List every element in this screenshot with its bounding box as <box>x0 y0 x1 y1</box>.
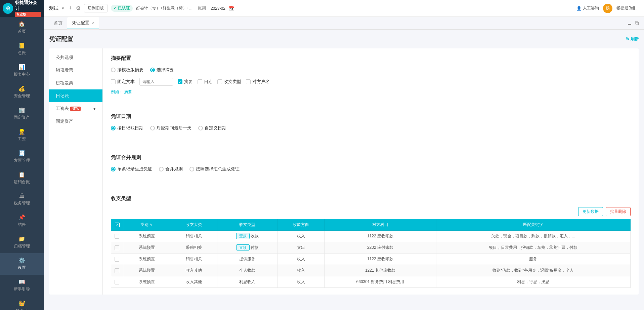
logo-title: 畅捷通好会计 <box>15 0 41 12</box>
logo-icon: 会 <box>3 3 13 14</box>
username-label[interactable]: 畅捷通B组... <box>616 5 639 11</box>
example-text: 例如： 摘要 <box>111 89 631 95</box>
row-category-4: 系统预置 <box>123 276 170 288</box>
sidebar-item-funds[interactable]: 💰 资金管理 <box>0 81 44 103</box>
sidebar-item-invoice[interactable]: 🧾 发票管理 <box>0 146 44 167</box>
row-checkbox-0[interactable] <box>115 234 119 239</box>
sidebar-item-assets[interactable]: 🏢 固定资产 <box>0 103 44 124</box>
sidebar-item-archive[interactable]: 📁 归档管理 <box>0 232 44 253</box>
sidebar-item-reports[interactable]: 📊 报表中心 <box>0 60 44 81</box>
col-sub-type: 收支类型 <box>217 219 277 231</box>
summary-radio-group: 按模板版摘要 选择摘要 <box>111 67 631 73</box>
sidebar-label-tax: 税务管理 <box>14 200 30 206</box>
checkbox-fixed-text[interactable]: 固定文本 <box>111 79 135 85</box>
sidebar-item-home[interactable]: 🏠 首页 <box>0 17 44 38</box>
refresh-btn[interactable]: ↻ 刷新 <box>626 36 639 42</box>
topbar-title: 测试 <box>49 5 58 11</box>
sidebar-item-salary[interactable]: 👷 工资 <box>0 124 44 146</box>
update-data-btn[interactable]: 更新数据 <box>578 207 603 216</box>
checkbox-counterparty[interactable]: 对方户名 <box>246 79 270 85</box>
row-sub-type-1: 置顶 付款 <box>217 242 277 254</box>
sidebar-item-sales[interactable]: 📋 进销台账 <box>0 167 44 189</box>
table-row: 系统预置 收入其他 个人收款 收入 1221 其他应收款 收到*借款，收到*备用… <box>111 265 631 276</box>
checkbox-box-summary: ✓ <box>178 79 182 84</box>
radio-select-summary[interactable]: 选择摘要 <box>150 67 174 73</box>
calendar-icon[interactable]: 📅 <box>229 6 234 11</box>
sidebar-label-close: 结账 <box>18 222 26 228</box>
sidebar-item-guide[interactable]: 📖 新手引导 <box>0 275 44 296</box>
sidebar-label-guide: 新手引导 <box>14 286 30 292</box>
topbar-add-btn[interactable]: + <box>69 5 73 12</box>
config-menu-journal[interactable]: 日记账 <box>49 89 102 102</box>
topbar-gear-icon[interactable]: ⚙ <box>76 5 81 11</box>
switch-btn[interactable]: 切到旧版 <box>84 4 108 12</box>
sales-icon: 📋 <box>18 171 25 178</box>
top-tag-1[interactable]: 置顶 <box>236 244 250 250</box>
checkbox-income-type[interactable]: 收支类型 <box>217 79 241 85</box>
voucher-date-radio-group: 按日记账日期 对应期间最后一天 自定义日期 <box>111 125 631 131</box>
tabbar: 首页 凭证配置 × 🗕 ⧉ <box>44 17 644 30</box>
tab-minimize-btn[interactable]: 🗕 <box>627 20 632 26</box>
radio-merge-rule[interactable]: 合并规则 <box>159 166 183 172</box>
checkbox-date[interactable]: 日期 <box>198 79 213 85</box>
config-menu-purchase-invoice[interactable]: 进项发票 <box>49 77 102 89</box>
topbar: 测试 ▾ + ⚙ 切到旧版 ✓ 已认证 好会计（专）+好生意（标）+... 账期… <box>44 0 644 17</box>
refresh-icon: ↻ <box>626 37 629 41</box>
summary-checkbox-row: 固定文本 ✓ 摘要 日期 收支类型 <box>111 78 631 86</box>
sidebar-item-settings[interactable]: ⚙️ 设置 <box>0 253 44 275</box>
row-account-0: 1122 应收账款 <box>325 231 436 242</box>
home-icon: 🏠 <box>18 21 25 27</box>
sidebar-label-settings: 设置 <box>18 265 26 271</box>
tab-maximize-btn[interactable]: ⧉ <box>635 20 639 26</box>
row-sub-type-0: 置顶 收款 <box>217 231 277 242</box>
page-title: 凭证配置 <box>49 35 73 43</box>
sidebar-item-tax[interactable]: 🏛 税务管理 <box>0 189 44 210</box>
row-account-3: 1221 其他应收款 <box>325 265 436 276</box>
col-keywords: 匹配关键字 <box>436 219 630 231</box>
row-direction-1: 支出 <box>277 242 325 254</box>
row-sub-type-3: 个人收款 <box>217 265 277 276</box>
table-row: 系统预置 收入其他 利息收入 收入 660301 财务费用 利息费用 利息，行息… <box>111 276 631 288</box>
radio-period-last-day[interactable]: 对应期间最后一天 <box>150 125 191 131</box>
consult-btn[interactable]: 👤 人工咨询 <box>576 5 599 11</box>
merge-rules-title: 凭证合并规则 <box>111 154 631 161</box>
row-checkbox-4[interactable] <box>115 280 119 284</box>
radio-aggregate[interactable]: 按照选择汇总生成凭证 <box>189 166 240 172</box>
radio-circle-merge <box>159 167 164 171</box>
sidebar-label-salary: 工资 <box>18 136 26 142</box>
row-keywords-0: 欠款，现金，项目款，到款，报销款，汇入，... <box>436 231 630 242</box>
batch-delete-btn[interactable]: 批量删除 <box>606 207 631 216</box>
fixed-text-input[interactable] <box>139 78 173 86</box>
content-area: 凭证配置 ↻ 刷新 公共选项 销项发票 进项发票 日记账 <box>44 30 644 310</box>
config-menu-payroll[interactable]: 工资表 NEW ▾ <box>49 102 102 115</box>
page-title-row: 凭证配置 ↻ 刷新 <box>49 35 639 43</box>
sidebar-item-vip[interactable]: 👑 畅会员 <box>0 296 44 310</box>
sidebar-item-ledger[interactable]: 📒 总账 <box>0 38 44 60</box>
config-menu-fixed-assets[interactable]: 固定资产 <box>49 115 102 128</box>
row-checkbox-1[interactable] <box>115 245 119 250</box>
checkbox-box-fixed <box>111 79 116 84</box>
row-direction-3: 收入 <box>277 265 325 276</box>
table-select-all-checkbox[interactable]: ✓ <box>115 223 120 227</box>
row-checkbox-3[interactable] <box>115 268 119 273</box>
top-tag-0[interactable]: 置顶 <box>236 233 250 239</box>
radio-single-record[interactable]: 单条记录生成凭证 <box>111 166 152 172</box>
sidebar-item-close[interactable]: 📌 结账 <box>0 210 44 232</box>
ledger-icon: 📒 <box>18 42 25 49</box>
config-menu-public[interactable]: 公共选项 <box>49 51 102 64</box>
radio-template-summary[interactable]: 按模板版摘要 <box>111 67 143 73</box>
radio-journal-date[interactable]: 按日记账日期 <box>111 125 143 131</box>
new-badge: NEW <box>70 107 81 111</box>
user-avatar: 畅 <box>603 4 612 13</box>
summary-config-title: 摘要配置 <box>111 55 631 62</box>
tab-home[interactable]: 首页 <box>49 17 67 29</box>
voucher-date-title: 凭证日期 <box>111 113 631 120</box>
row-checkbox-2[interactable] <box>115 257 119 262</box>
checkbox-summary[interactable]: ✓ 摘要 <box>178 79 193 85</box>
logo-sub: 专业版 <box>15 12 41 17</box>
tab-close-icon[interactable]: × <box>92 20 95 25</box>
config-menu-sales-invoice[interactable]: 销项发票 <box>49 64 102 77</box>
tab-voucher-config[interactable]: 凭证配置 × <box>67 17 99 29</box>
topbar-dropdown-icon[interactable]: ▾ <box>62 6 64 11</box>
radio-custom-date[interactable]: 自定义日期 <box>198 125 226 131</box>
